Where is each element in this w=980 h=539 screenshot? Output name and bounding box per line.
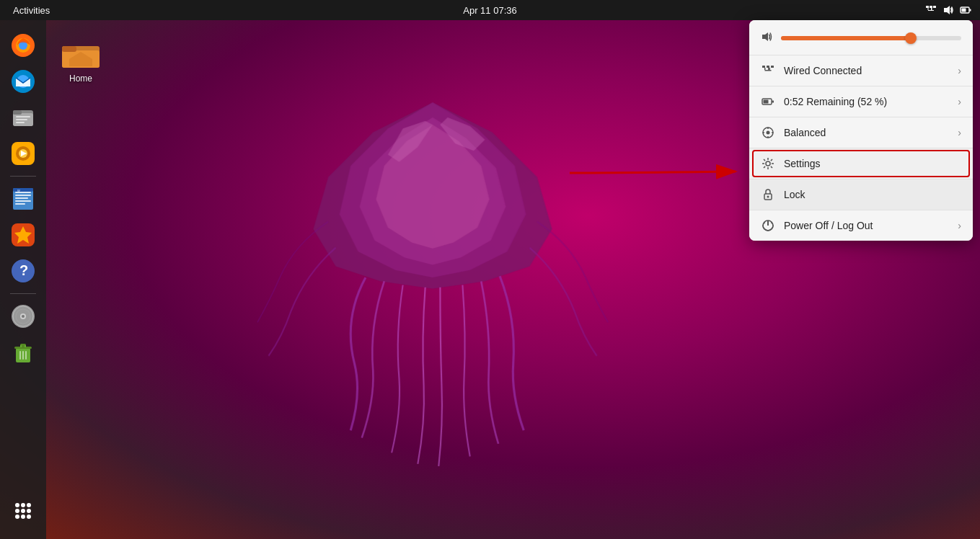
dock-item-firefox[interactable]	[6, 29, 40, 62]
svg-rect-8	[933, 6, 936, 8]
svg-rect-77	[768, 68, 769, 70]
menu-item-lock[interactable]: Lock	[749, 179, 973, 210]
dock-item-files[interactable]	[6, 101, 40, 134]
lock-icon	[761, 187, 775, 202]
svg-point-59	[21, 503, 25, 507]
svg-rect-38	[15, 203, 25, 205]
topbar-datetime: Apr 11 07:36	[463, 5, 516, 16]
power-off-label: Power Off / Log Out	[784, 220, 949, 231]
system-menu: Wired Connected › 0:52 Remaining (52 %) …	[749, 20, 973, 241]
network-menu-icon	[761, 63, 775, 78]
svg-rect-36	[15, 197, 28, 199]
topbar: Activities Apr 11 07:36	[0, 0, 980, 20]
home-folder-label: Home	[69, 74, 92, 84]
svg-rect-37	[15, 200, 31, 202]
home-folder-icon[interactable]: Home	[58, 35, 104, 88]
dock-item-writer[interactable]: W	[6, 182, 40, 215]
svg-rect-25	[16, 116, 30, 117]
topbar-left: Activities	[9, 4, 54, 17]
svg-rect-73	[771, 66, 774, 68]
svg-point-47	[22, 315, 25, 318]
svg-rect-57	[25, 351, 27, 360]
svg-point-63	[27, 509, 31, 513]
svg-rect-76	[765, 70, 772, 71]
menu-item-wired[interactable]: Wired Connected ›	[749, 55, 973, 86]
power-profile-label: Balanced	[784, 127, 949, 138]
svg-marker-13	[944, 6, 950, 14]
battery-arrow-icon: ›	[958, 96, 961, 107]
dock: W ?	[0, 20, 46, 539]
svg-rect-35	[15, 195, 31, 196]
svg-point-87	[766, 161, 770, 166]
wired-arrow-icon: ›	[958, 65, 961, 76]
volume-slider-thumb	[905, 32, 917, 44]
svg-rect-16	[962, 9, 966, 12]
svg-rect-80	[764, 100, 769, 104]
svg-rect-69	[62, 46, 76, 52]
dock-item-show-apps[interactable]	[6, 494, 40, 527]
svg-point-82	[767, 131, 770, 135]
svg-rect-39	[13, 188, 33, 192]
svg-point-61	[15, 509, 19, 513]
svg-rect-27	[16, 122, 25, 123]
svg-rect-9	[928, 8, 929, 10]
svg-rect-71	[762, 66, 765, 68]
svg-rect-72	[767, 66, 769, 68]
svg-rect-11	[928, 10, 934, 11]
dock-item-appstore[interactable]	[6, 218, 40, 251]
svg-rect-53	[20, 345, 22, 347]
activities-button[interactable]: Activities	[9, 4, 54, 17]
lock-label: Lock	[784, 189, 961, 200]
power-off-icon	[761, 218, 775, 233]
volume-slider-fill	[781, 36, 911, 40]
dock-item-help[interactable]: ?	[6, 254, 40, 288]
svg-rect-12	[931, 8, 932, 10]
svg-rect-26	[16, 119, 27, 120]
svg-marker-70	[762, 32, 768, 41]
svg-rect-6	[926, 6, 929, 8]
jellyfish-illustration	[144, 58, 721, 490]
power-off-arrow-icon: ›	[958, 220, 961, 231]
dock-item-trash[interactable]	[6, 336, 40, 369]
settings-icon	[761, 156, 775, 171]
volume-slider[interactable]	[781, 36, 961, 40]
svg-point-89	[767, 196, 769, 198]
dock-separator-2	[10, 293, 36, 294]
dock-item-rhythmbox[interactable]	[6, 137, 40, 170]
menu-item-battery[interactable]: 0:52 Remaining (52 %) ›	[749, 86, 973, 117]
svg-rect-7	[930, 6, 932, 8]
svg-rect-79	[772, 101, 774, 103]
dock-bottom	[6, 494, 40, 527]
volume-icon[interactable]	[943, 4, 954, 16]
wired-connected-label: Wired Connected	[784, 65, 949, 76]
svg-rect-74	[764, 68, 766, 70]
svg-text:?: ?	[19, 262, 28, 278]
svg-rect-56	[22, 351, 24, 360]
network-icon[interactable]	[925, 4, 937, 16]
svg-point-60	[27, 503, 31, 507]
menu-item-power-off[interactable]: Power Off / Log Out ›	[749, 210, 973, 241]
svg-text:W: W	[17, 189, 20, 192]
settings-label: Settings	[784, 158, 961, 169]
svg-point-58	[15, 503, 19, 507]
power-profile-arrow-icon: ›	[958, 127, 961, 138]
svg-point-66	[27, 514, 31, 519]
volume-section	[749, 20, 973, 55]
battery-label: 0:52 Remaining (52 %)	[784, 96, 949, 107]
menu-item-settings[interactable]: Settings	[749, 148, 973, 179]
dock-item-optical[interactable]	[6, 300, 40, 333]
svg-rect-15	[970, 9, 971, 12]
svg-point-62	[21, 509, 25, 513]
menu-item-power-profile[interactable]: Balanced ›	[749, 117, 973, 148]
topbar-right	[925, 4, 971, 16]
svg-point-65	[21, 514, 25, 519]
svg-rect-54	[25, 345, 26, 347]
svg-point-64	[15, 514, 19, 519]
dock-item-thunderbird[interactable]	[6, 65, 40, 98]
battery-icon[interactable]	[960, 4, 971, 16]
battery-menu-icon	[761, 94, 775, 109]
volume-icon	[761, 30, 774, 46]
svg-rect-75	[769, 68, 771, 70]
svg-rect-24	[13, 110, 22, 115]
power-profile-icon	[761, 125, 775, 140]
